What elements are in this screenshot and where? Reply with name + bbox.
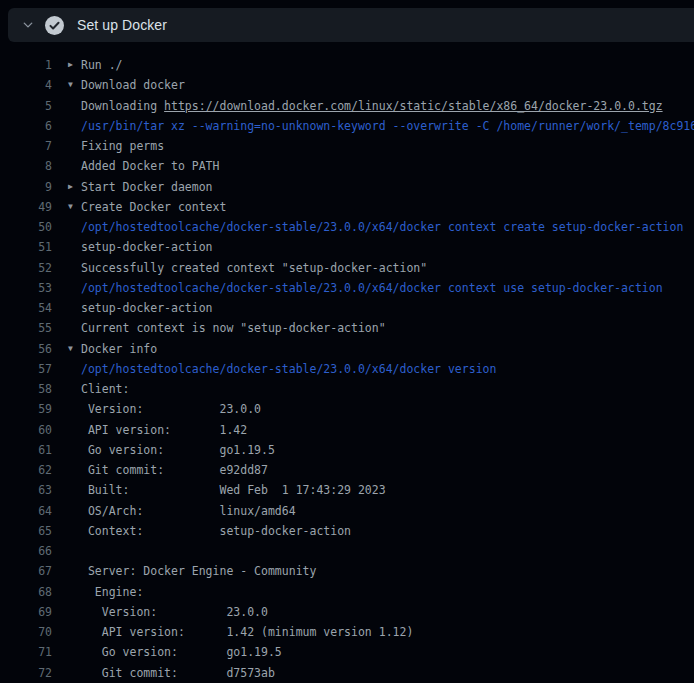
line-number[interactable]: 65 [0,521,52,541]
log-text: Version: 23.0.0 [81,399,261,419]
group-expanded-arrow-icon[interactable]: ▼ [68,75,81,95]
line-number[interactable]: 51 [0,237,52,257]
log-line: 65 Context: setup-docker-action [0,521,694,541]
log-text: Current context is now "setup-docker-act… [81,318,386,338]
log-line: 67 Server: Docker Engine - Community [0,561,694,581]
log-text: Built: Wed Feb 1 17:43:29 2023 [81,480,386,500]
line-number[interactable]: 6 [0,116,52,136]
line-number[interactable]: 56 [0,339,52,359]
command-text: /opt/hostedtoolcache/docker-stable/23.0.… [81,278,663,298]
log-line: 5Downloading https://download.docker.com… [0,96,694,116]
log-link[interactable]: https://download.docker.com/linux/static… [164,99,663,113]
log-line: 6/usr/bin/tar xz --warning=no-unknown-ke… [0,116,694,136]
line-number[interactable]: 70 [0,622,52,642]
line-number[interactable]: 1 [0,55,52,75]
group-expanded-arrow-icon[interactable]: ▼ [68,339,81,359]
log-text: Go version: go1.19.5 [81,440,275,460]
line-number[interactable]: 60 [0,420,52,440]
group-collapsed-arrow-icon[interactable]: ▶ [68,177,81,197]
log-line: 69 Version: 23.0.0 [0,602,694,622]
log-text: Git commit: e92dd87 [81,460,268,480]
line-number[interactable]: 55 [0,318,52,338]
log-line: 57/opt/hostedtoolcache/docker-stable/23.… [0,359,694,379]
log-line: 54setup-docker-action [0,298,694,318]
line-number[interactable]: 64 [0,501,52,521]
log-line: 72 Git commit: d7573ab [0,663,694,683]
line-number[interactable]: 54 [0,298,52,318]
group-title[interactable]: Docker info [81,339,157,359]
line-number[interactable]: 4 [0,75,52,95]
log-text: Go version: go1.19.5 [81,642,282,662]
group-title[interactable]: Create Docker context [81,197,226,217]
log: 1▶Run ./4▼Download docker5Downloading ht… [0,55,694,683]
log-text: Context: setup-docker-action [81,521,351,541]
log-line: 52Successfully created context "setup-do… [0,258,694,278]
command-text: /opt/hostedtoolcache/docker-stable/23.0.… [81,359,496,379]
line-number[interactable]: 52 [0,258,52,278]
log-line: 58Client: [0,379,694,399]
command-text: /opt/hostedtoolcache/docker-stable/23.0.… [81,217,683,237]
log-line: 51setup-docker-action [0,237,694,257]
log-line: 60 API version: 1.42 [0,420,694,440]
line-number[interactable]: 71 [0,642,52,662]
log-text: Version: 23.0.0 [81,602,268,622]
actions-log-viewer: Set up Docker 1▶Run ./4▼Download docker5… [0,0,694,683]
log-text: OS/Arch: linux/amd64 [81,501,296,521]
line-number[interactable]: 69 [0,602,52,622]
log-text: Added Docker to PATH [81,156,219,176]
line-number[interactable]: 53 [0,278,52,298]
log-line: 50/opt/hostedtoolcache/docker-stable/23.… [0,217,694,237]
log-line: 9▶Start Docker daemon [0,177,694,197]
log-line: 71 Go version: go1.19.5 [0,642,694,662]
line-number[interactable]: 58 [0,379,52,399]
group-title[interactable]: Start Docker daemon [81,177,213,197]
line-number[interactable]: 68 [0,582,52,602]
group-title[interactable]: Run ./ [81,55,123,75]
line-number[interactable]: 59 [0,399,52,419]
log-line: 8Added Docker to PATH [0,156,694,176]
log-line: 7Fixing perms [0,136,694,156]
line-number[interactable]: 67 [0,561,52,581]
log-line: 56▼Docker info [0,339,694,359]
log-line: 70 API version: 1.42 (minimum version 1.… [0,622,694,642]
log-line: 55Current context is now "setup-docker-a… [0,318,694,338]
log-line: 49▼Create Docker context [0,197,694,217]
line-number[interactable]: 72 [0,663,52,683]
log-text: Successfully created context "setup-dock… [81,258,427,278]
group-title[interactable]: Download docker [81,75,185,95]
log-text: Fixing perms [81,136,164,156]
log-line: 4▼Download docker [0,75,694,95]
line-number[interactable]: 49 [0,197,52,217]
line-number[interactable]: 57 [0,359,52,379]
log-text: setup-docker-action [81,237,213,257]
log-text: Engine: [81,582,143,602]
log-line: 66 [0,541,694,561]
line-number[interactable]: 62 [0,460,52,480]
log-line: 63 Built: Wed Feb 1 17:43:29 2023 [0,480,694,500]
line-number[interactable]: 5 [0,96,52,116]
line-number[interactable]: 50 [0,217,52,237]
line-number[interactable]: 7 [0,136,52,156]
log-text: Client: [81,379,129,399]
log-line: 62 Git commit: e92dd87 [0,460,694,480]
line-number[interactable]: 63 [0,480,52,500]
step-title: Set up Docker [77,17,167,33]
step-header[interactable]: Set up Docker [8,8,694,42]
line-number[interactable]: 9 [0,177,52,197]
log-text: setup-docker-action [81,298,213,318]
line-number[interactable]: 61 [0,440,52,460]
log-line: 61 Go version: go1.19.5 [0,440,694,460]
log-line: 53/opt/hostedtoolcache/docker-stable/23.… [0,278,694,298]
log-line: 59 Version: 23.0.0 [0,399,694,419]
group-expanded-arrow-icon[interactable]: ▼ [68,197,81,217]
chevron-down-icon [19,19,37,31]
log-text: Git commit: d7573ab [81,663,275,683]
log-text: Downloading https://download.docker.com/… [81,96,663,116]
log-text: API version: 1.42 [81,420,247,440]
log-line: 68 Engine: [0,582,694,602]
log-text: API version: 1.42 (minimum version 1.12) [81,622,413,642]
line-number[interactable]: 8 [0,156,52,176]
check-circle-success-icon [44,16,64,35]
group-collapsed-arrow-icon[interactable]: ▶ [68,55,81,75]
line-number[interactable]: 66 [0,541,52,561]
